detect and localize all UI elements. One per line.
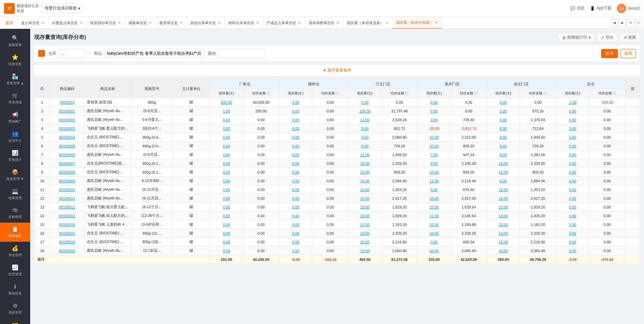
cell-total-qty[interactable]: 0.00 xyxy=(556,220,589,229)
cell-jb-qty[interactable]: 10.00 xyxy=(348,203,381,212)
cell-nb-qty[interactable]: 0.00 xyxy=(418,107,450,115)
expand-conditions-btn[interactable]: ▼ 展开更多条件 xyxy=(320,66,354,75)
cell-nb-qty[interactable]: 3.00 xyxy=(418,115,450,124)
sidebar-item-retail-mall[interactable]: 🛒 零售商城 xyxy=(0,89,30,108)
cell-l-qty[interactable]: 0.00 xyxy=(279,238,312,246)
cell-f-qty[interactable]: 0.00 xyxy=(210,246,243,255)
sidebar-item-ecommerce[interactable]: 💻 电商管理 xyxy=(0,185,30,204)
cell-jb-qty[interactable]: 10.00 xyxy=(348,177,381,185)
cell-yb-qty[interactable]: 10.00 xyxy=(487,203,520,212)
tab-prev-btn[interactable]: ◀ xyxy=(610,19,619,27)
cell-jb-qty[interactable]: 10.00 xyxy=(348,159,381,168)
cell-yb-qty[interactable]: 10.00 xyxy=(487,194,520,203)
warehouse-input[interactable] xyxy=(58,49,85,58)
color-input[interactable] xyxy=(218,49,265,58)
cell-jb-qty[interactable]: 10.00 xyxy=(348,168,381,177)
cell-nb-qty[interactable]: 10.00 xyxy=(418,133,450,142)
cell-nb-qty[interactable]: 3.00 xyxy=(418,238,450,246)
cell-total-qty[interactable]: 0.00 xyxy=(556,107,589,115)
cell-nb-qty[interactable]: 10.00 xyxy=(418,168,450,177)
cell-total-qty[interactable]: 0.00 xyxy=(556,177,589,185)
cell-nb-qty[interactable]: 10.00 xyxy=(418,203,450,212)
cell-code[interactable]: 00100008 xyxy=(50,168,84,177)
cell-yb-qty[interactable]: 8.00 xyxy=(487,133,520,142)
cell-code[interactable]: 00100011 xyxy=(50,194,84,203)
cell-yb-qty[interactable]: 10.00 xyxy=(487,229,520,238)
app-download-btn[interactable]: 📱 App下载 xyxy=(590,5,611,11)
cell-jb-qty[interactable]: 10.00 xyxy=(348,185,381,194)
cell-f-qty[interactable]: 0.00 xyxy=(210,150,243,159)
sidebar-item-marketing[interactable]: 📢 营销推广 xyxy=(0,108,30,127)
cell-l-qty[interactable]: 0.00 xyxy=(279,194,312,203)
sidebar-item-finance[interactable]: 💰 资金管理 xyxy=(0,242,30,261)
cell-yb-qty[interactable]: 9.00 xyxy=(487,177,520,185)
tab-close-2[interactable]: ✕ xyxy=(79,17,83,29)
cell-l-qty[interactable]: 0.00 xyxy=(279,107,312,115)
cell-f-qty[interactable]: 0.00 xyxy=(210,212,243,220)
cell-jb-qty[interactable]: 10.00 xyxy=(348,212,381,220)
cell-jb-qty[interactable]: 9.00 xyxy=(348,133,381,142)
cell-nb-qty[interactable]: 0.00 xyxy=(418,98,450,107)
cell-l-qty[interactable]: 0.00 xyxy=(279,98,312,107)
sidebar-item-inventory[interactable]: 📋 库存核算 xyxy=(0,223,30,242)
cell-jb-qty[interactable]: 10.00 xyxy=(348,220,381,229)
cell-nb-qty[interactable]: 5.00 xyxy=(418,185,450,194)
store-selector[interactable]: 母婴行业演示陈套 ▾ xyxy=(42,4,83,13)
cell-total-qty[interactable]: 0.00 xyxy=(556,133,589,142)
tab-close-all-btn[interactable]: ✕ xyxy=(627,19,635,27)
print-btn[interactable]: 🖨 按模版打印 ▾ xyxy=(558,33,594,42)
cell-f-qty[interactable]: 1.00 xyxy=(210,107,243,115)
cell-code[interactable]: 00100003 xyxy=(50,124,84,133)
cell-total-qty[interactable]: 0.00 xyxy=(556,212,589,220)
tab-item-9[interactable]: 成本调整单历史 ✕ xyxy=(305,17,343,29)
cell-code[interactable]: 00100007 xyxy=(50,159,84,168)
cell-l-qty[interactable]: 0.00 xyxy=(279,168,312,177)
cell-jb-qty[interactable]: 9.00 xyxy=(348,142,381,150)
cell-code[interactable]: 0000003 xyxy=(50,98,84,107)
cell-code[interactable]: 00100005 xyxy=(50,142,84,150)
sidebar-item-nav[interactable]: ⭐ 快捷导航 xyxy=(0,51,30,70)
cell-f-qty[interactable]: 0.00 xyxy=(210,238,243,246)
tab-close-6[interactable]: ✕ xyxy=(217,17,221,29)
cell-f-qty[interactable]: 0.00 xyxy=(210,229,243,238)
cell-l-qty[interactable]: 0.00 xyxy=(279,185,312,194)
cell-l-qty[interactable]: 0.00 xyxy=(279,203,312,212)
sidebar-item-wholesale[interactable]: 📦 批发管理 ▼ xyxy=(0,166,30,185)
cell-l-qty[interactable]: 0.00 xyxy=(279,133,312,142)
cell-nb-qty[interactable]: 7.00 xyxy=(418,150,450,159)
cell-code[interactable]: 00100001 xyxy=(50,107,84,115)
sidebar-item-purchase[interactable]: 🛍 采购管理 xyxy=(0,204,30,223)
cell-l-qty[interactable]: 0.00 xyxy=(279,150,312,159)
cell-nb-qty[interactable]: 10.00 xyxy=(418,220,450,229)
sidebar-item-system[interactable]: ⚙ 系统管理 xyxy=(0,299,30,318)
filter-toggle-arrow[interactable]: › xyxy=(38,50,45,57)
tab-close-5[interactable]: ✕ xyxy=(179,17,183,29)
tab-item-11-active[interactable]: 现存量（库存分布表） ✕ xyxy=(393,17,442,29)
cell-code[interactable]: 00100014 xyxy=(50,220,84,229)
cell-yb-qty[interactable]: 10.00 xyxy=(487,159,520,168)
cell-total-qty[interactable]: 0.00 xyxy=(556,142,589,150)
tab-expand-btn[interactable]: ⤢ xyxy=(635,19,643,27)
cell-jb-qty[interactable]: 9.00 xyxy=(348,124,381,133)
cell-total-qty[interactable]: 0.00 xyxy=(556,124,589,133)
user-area[interactable]: Ea demo2 xyxy=(617,4,640,13)
cell-f-qty[interactable]: 0.00 xyxy=(210,133,243,142)
cell-total-qty[interactable]: 0.00 xyxy=(556,246,589,255)
export-btn[interactable]: ↗ 导出 xyxy=(597,33,617,42)
cell-l-qty[interactable]: 0.00 xyxy=(279,220,312,229)
tab-next-btn[interactable]: ▶ xyxy=(619,19,627,27)
cell-yb-qty[interactable]: 3.00 xyxy=(487,107,520,115)
tab-close-8[interactable]: ✕ xyxy=(298,17,302,29)
cell-total-qty[interactable]: -1.00 xyxy=(556,98,589,107)
cell-f-qty[interactable]: 0.00 xyxy=(210,203,243,212)
cell-yb-qty[interactable]: 9.00 xyxy=(487,142,520,150)
tab-item-3[interactable]: 组装拆卸单历史 ✕ xyxy=(87,17,125,29)
cell-total-qty[interactable]: 0.00 xyxy=(556,203,589,212)
cell-code[interactable]: 00100013 xyxy=(50,212,84,220)
cell-yb-qty[interactable]: 6.00 xyxy=(487,115,520,124)
cell-l-qty[interactable]: 0.00 xyxy=(279,124,312,133)
tab-item-7[interactable]: 材料出库单历史 ✕ xyxy=(225,17,263,29)
tab-item-10[interactable]: 现存量（库存状况表） ✕ xyxy=(343,17,393,29)
cell-code[interactable]: 00100009 xyxy=(50,177,84,185)
sidebar-item-collab[interactable]: 🤝 企业协同 xyxy=(0,318,30,324)
